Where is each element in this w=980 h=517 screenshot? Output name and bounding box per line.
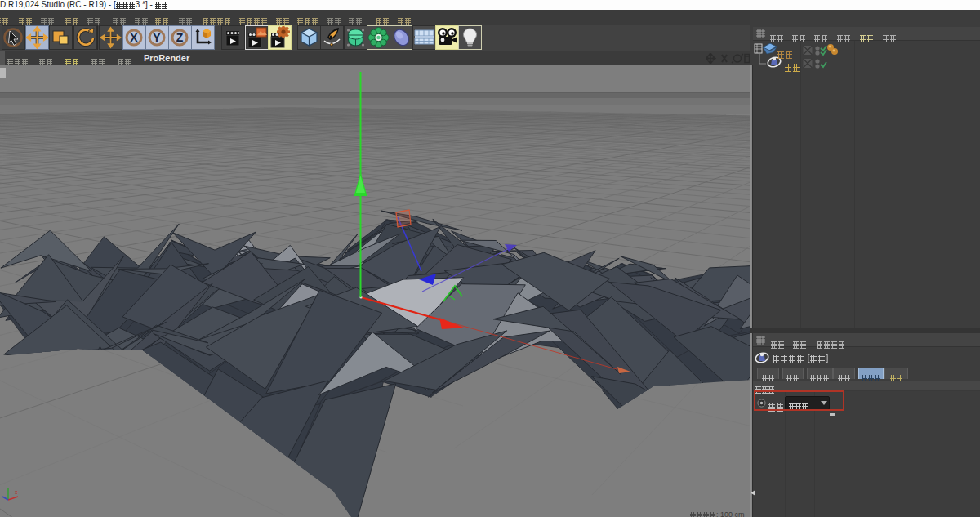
svg-text:Y: Y: [153, 31, 161, 44]
svg-text:x: x: [15, 489, 18, 495]
svg-text:Z: Z: [176, 31, 184, 44]
svg-text:X: X: [130, 31, 138, 44]
